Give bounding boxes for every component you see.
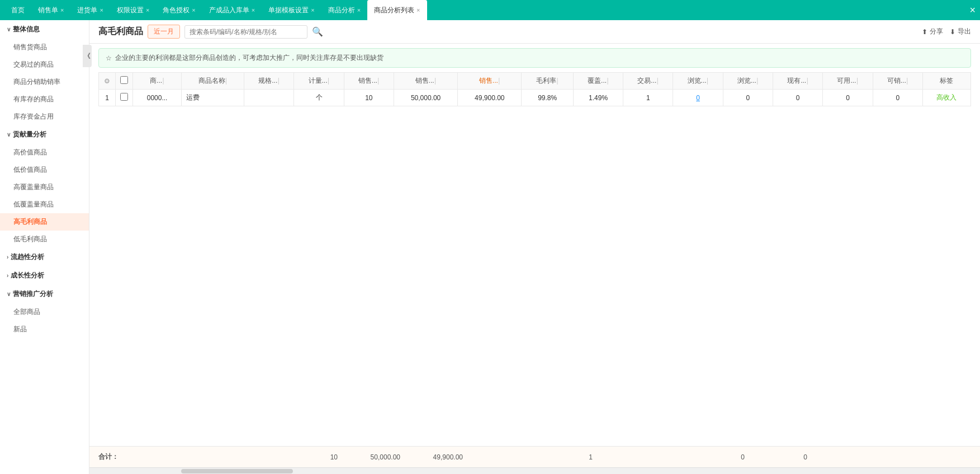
content-header: 高毛利商品 近一月 🔍 ⬆ 分享 ⬇ 导出 xyxy=(89,20,980,44)
col-views1[interactable]: 浏览...| xyxy=(673,73,723,90)
nav-close-5[interactable]: × xyxy=(252,7,255,13)
cell-index: 1 xyxy=(99,90,116,106)
search-button[interactable]: 🔍 xyxy=(312,26,323,37)
bottom-scrollbar[interactable] xyxy=(89,467,980,474)
sidebar-arrow-growth: › xyxy=(7,273,8,279)
nav-close-6[interactable]: × xyxy=(311,7,314,13)
scrollbar-thumb[interactable] xyxy=(181,469,293,473)
nav-product-analysis[interactable]: 商品分析 × xyxy=(321,0,367,20)
sidebar-group-trend[interactable]: › 流趋性分析 xyxy=(0,248,89,266)
search-input[interactable] xyxy=(184,25,307,39)
sidebar-item-high-coverage[interactable]: 高覆盖量商品 xyxy=(0,179,89,196)
sidebar-item-low-margin[interactable]: 低毛利商品 xyxy=(0,231,89,248)
sidebar-item-new-goods[interactable]: 新品 xyxy=(0,321,89,338)
cell-sales-amount: 50,000.00 xyxy=(394,90,457,106)
col-checkbox[interactable] xyxy=(116,73,133,90)
sidebar-arrow-trend: › xyxy=(7,254,8,260)
cell-current-stock: 0 xyxy=(773,90,823,106)
col-available[interactable]: 可用...| xyxy=(823,73,873,90)
cell-unit: 个 xyxy=(294,90,344,106)
nav-sales-order[interactable]: 销售单 × xyxy=(31,0,70,20)
info-text: 企业的主要的利润都是这部分商品创造的，可考虑加大推广，同时关注库存是不要出现缺货 xyxy=(115,53,384,63)
cell-saleable: 0 xyxy=(873,90,922,106)
col-views2[interactable]: 浏览...| xyxy=(723,73,773,90)
cell-code: 0000... xyxy=(133,90,182,106)
sidebar-item-high-margin[interactable]: 高毛利商品 xyxy=(0,213,89,231)
filter-recent-month-btn[interactable]: 近一月 xyxy=(148,25,180,39)
share-icon: ⬆ xyxy=(922,28,927,36)
sidebar-item-distribution-rate[interactable]: 商品分销助销率 xyxy=(0,73,89,91)
col-saleable[interactable]: 可销...| xyxy=(873,73,922,90)
sidebar-item-high-value[interactable]: 高价值商品 xyxy=(0,144,89,161)
nav-role-auth[interactable]: 角色授权 × xyxy=(156,0,202,20)
nav-product-analysis-list[interactable]: 商品分析列表 × xyxy=(367,0,427,20)
nav-purchase-order[interactable]: 进货单 × xyxy=(70,0,110,20)
col-name[interactable]: 商品名称| xyxy=(182,73,244,90)
col-current-stock[interactable]: 现有...| xyxy=(773,73,823,90)
nav-finished-goods[interactable]: 产成品入库单 × xyxy=(202,0,262,20)
nav-close-4[interactable]: × xyxy=(192,7,195,13)
col-unit[interactable]: 计量...| xyxy=(294,73,344,90)
sidebar-item-stock-capital[interactable]: 库存资金占用 xyxy=(0,108,89,125)
nav-permission-settings[interactable]: 权限设置 × xyxy=(110,0,156,20)
nav-close-7[interactable]: × xyxy=(357,7,361,13)
sidebar-collapse-btn[interactable]: 《 xyxy=(83,45,92,67)
col-sales-profit[interactable]: 销售...| xyxy=(458,73,522,90)
col-settings[interactable]: ⚙ xyxy=(99,73,116,90)
share-btn[interactable]: ⬆ 分享 xyxy=(922,27,943,36)
nav-window-close[interactable]: × xyxy=(969,4,976,16)
nav-close-3[interactable]: × xyxy=(146,7,149,13)
sidebar-item-sales-goods[interactable]: 销售货商品 xyxy=(0,39,89,56)
header-actions: ⬆ 分享 ⬇ 导出 xyxy=(922,27,971,36)
nav-close-8[interactable]: × xyxy=(416,7,420,13)
table-row: 1 0000... 运费 个 10 50,000.00 49,900.00 99… xyxy=(99,90,971,106)
col-coverage[interactable]: 覆盖...| xyxy=(573,73,623,90)
col-sales-amount[interactable]: 销售...| xyxy=(394,73,457,90)
cell-gross-margin: 99.8% xyxy=(522,90,574,106)
col-sales-count[interactable]: 销售...| xyxy=(344,73,394,90)
cell-checkbox[interactable] xyxy=(116,90,133,106)
sidebar-group-marketing[interactable]: ∨ 营销推广分析 xyxy=(0,285,89,303)
summary-sales-profit: 49,900.00 xyxy=(418,453,463,461)
sidebar-item-low-coverage[interactable]: 低覆盖量商品 xyxy=(0,196,89,213)
data-table: ⚙ 商...| 商品名称| 规格...| 计量...| 销售...| 销售...… xyxy=(98,72,971,106)
select-all-checkbox[interactable] xyxy=(120,76,128,84)
cell-coverage: 1.49% xyxy=(573,90,623,106)
cell-views2: 0 xyxy=(723,90,773,106)
col-spec[interactable]: 规格...| xyxy=(244,73,294,90)
col-code[interactable]: 商...| xyxy=(133,73,182,90)
summary-sales-amount: 50,000.00 xyxy=(356,453,400,461)
sidebar-group-contribution[interactable]: ∨ 贡献量分析 xyxy=(0,125,89,144)
table-header-row: ⚙ 商...| 商品名称| 规格...| 计量...| 销售...| 销售...… xyxy=(99,73,971,90)
table-body: 1 0000... 运费 个 10 50,000.00 49,900.00 99… xyxy=(99,90,971,106)
sidebar-item-traded-goods[interactable]: 交易过的商品 xyxy=(0,56,89,73)
summary-transaction: 1 xyxy=(548,453,593,461)
nav-close-1[interactable]: × xyxy=(60,7,64,13)
col-tag[interactable]: 标签 xyxy=(922,73,970,90)
export-btn[interactable]: ⬇ 导出 xyxy=(950,27,971,36)
sidebar-group-overall[interactable]: ∨ 整体信息 xyxy=(0,20,89,39)
col-gross-margin[interactable]: 毛利率| xyxy=(522,73,574,90)
nav-template-settings[interactable]: 单据模板设置 × xyxy=(262,0,321,20)
row-checkbox-0[interactable] xyxy=(120,93,128,101)
cell-spec xyxy=(244,90,294,106)
sidebar: ∨ 整体信息 销售货商品 交易过的商品 商品分销助销率 有库存的商品 库存资金占… xyxy=(0,20,89,474)
top-nav: 首页 销售单 × 进货单 × 权限设置 × 角色授权 × 产成品入库单 × 单据… xyxy=(0,0,980,20)
nav-close-2[interactable]: × xyxy=(100,7,103,13)
info-banner: ☆ 企业的主要的利润都是这部分商品创造的，可考虑加大推广，同时关注库存是不要出现… xyxy=(98,48,971,68)
content-title: 高毛利商品 xyxy=(98,26,143,37)
sidebar-group-growth[interactable]: › 成长性分析 xyxy=(0,266,89,285)
sidebar-item-all-goods[interactable]: 全部商品 xyxy=(0,303,89,321)
summary-sales-count: 10 xyxy=(293,453,338,461)
summary-bar: 合计： 10 50,000.00 49,900.00 1 0 0 xyxy=(89,446,980,467)
sidebar-item-low-value[interactable]: 低价值商品 xyxy=(0,161,89,179)
sidebar-arrow-overall: ∨ xyxy=(7,26,11,32)
col-transaction[interactable]: 交易...| xyxy=(623,73,673,90)
nav-home[interactable]: 首页 xyxy=(4,0,31,20)
sidebar-item-stocked-goods[interactable]: 有库存的商品 xyxy=(0,91,89,108)
cell-sales-count: 10 xyxy=(344,90,394,106)
cell-views1[interactable]: 0 xyxy=(673,90,723,106)
cell-transaction: 1 xyxy=(623,90,673,106)
summary-label: 合计： xyxy=(98,452,119,462)
summary-available: 0 xyxy=(763,453,807,461)
